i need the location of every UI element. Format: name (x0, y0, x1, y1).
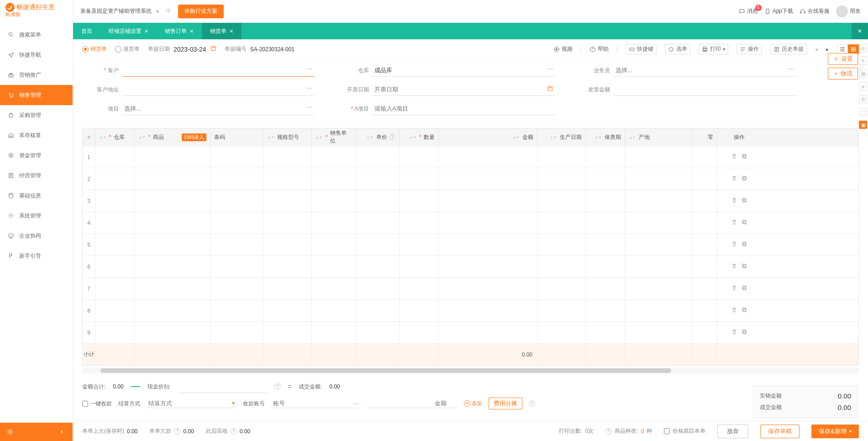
close-icon[interactable]: ✕ (229, 28, 233, 34)
gear-icon[interactable] (165, 7, 172, 15)
video-link[interactable]: 视频 (553, 45, 573, 53)
col-settings[interactable] (83, 128, 95, 146)
rail-item[interactable]: ✎ (859, 57, 867, 65)
sidebar-item-8[interactable]: 基础信息 (0, 186, 73, 206)
copy-icon[interactable] (741, 307, 747, 314)
aproject-input[interactable] (373, 102, 555, 115)
close-all-tabs[interactable]: ✕ (852, 23, 868, 39)
close-icon[interactable]: ✕ (144, 28, 148, 34)
user-menu[interactable]: 用友 (836, 5, 861, 17)
sidebar-item-0[interactable]: 搜索菜单 (0, 25, 73, 45)
sidebar-item-1[interactable]: 快捷导航 (0, 45, 73, 65)
service-link[interactable]: 在线客服 (800, 7, 830, 15)
prev-record[interactable]: ◂ (815, 46, 818, 53)
delete-icon[interactable] (731, 329, 737, 336)
lookup-icon[interactable]: ··· (353, 401, 359, 407)
lookup-icon[interactable]: ··· (306, 85, 312, 91)
pay-method-select[interactable] (147, 399, 237, 408)
fee-split-button[interactable]: 费用分摊 (489, 398, 522, 409)
help-icon[interactable]: ? (274, 383, 281, 390)
addr-input[interactable] (122, 83, 314, 96)
lookup-icon[interactable]: ··· (789, 66, 794, 72)
save-button[interactable]: 保存&新增▾ (811, 425, 859, 438)
messages-link[interactable]: 消息6 (739, 7, 758, 15)
sidebar-item-3[interactable]: 销售管理 (0, 85, 73, 105)
pay-amt-input[interactable] (368, 399, 458, 408)
copy-icon[interactable] (741, 175, 747, 183)
logistics-button[interactable]: ＋物流 (828, 68, 858, 80)
project-input[interactable] (122, 102, 314, 115)
help-link[interactable]: 帮助 (589, 45, 609, 53)
discount-input[interactable] (178, 380, 267, 393)
table-row[interactable]: 2 (83, 168, 858, 190)
sidebar-item-9[interactable]: 系统管理 (0, 206, 73, 226)
delete-icon[interactable] (731, 197, 737, 205)
horizontal-scrollbar[interactable] (82, 367, 859, 374)
table-row[interactable]: 7 (83, 277, 858, 299)
scan-button[interactable]: 扫码录入 (182, 133, 206, 141)
cta-button[interactable]: 体验行业方案 (178, 5, 224, 18)
rail-item[interactable]: ▣ (859, 121, 867, 129)
download-link[interactable]: App下载 (764, 7, 793, 15)
table-row[interactable]: 1 (83, 146, 858, 168)
copy-icon[interactable] (741, 329, 747, 336)
sidebar-item-10[interactable]: 企业协同 (0, 226, 73, 246)
discard-button[interactable]: 放弃 (717, 425, 748, 438)
help-icon[interactable]: ? (529, 400, 535, 407)
lookup-icon[interactable]: ··· (306, 66, 312, 72)
table-row[interactable]: 8 (83, 299, 858, 321)
chevron-down-icon[interactable]: ▾ (232, 400, 235, 406)
rail-item[interactable]: ※ (859, 82, 867, 90)
price-track-checkbox[interactable]: 价格跟踪本单 (664, 427, 705, 435)
collapse-icon[interactable] (59, 428, 66, 436)
close-icon[interactable]: ✕ (189, 28, 194, 34)
tab-2[interactable]: 销售订单✕ (157, 23, 202, 39)
copy-icon[interactable] (741, 219, 747, 227)
print-link[interactable]: 打印▾ (699, 44, 728, 54)
lookup-icon[interactable]: ··· (547, 66, 553, 72)
help-icon[interactable]: ? (605, 428, 612, 435)
delete-icon[interactable] (731, 153, 737, 161)
rail-item[interactable]: ⬚ (859, 108, 867, 116)
table-row[interactable]: 3 (83, 190, 858, 212)
table-row[interactable]: 6 (83, 255, 858, 277)
warehouse-input[interactable] (373, 64, 555, 77)
tab-0[interactable]: 首页 (73, 23, 100, 39)
help-icon[interactable]: ? (389, 134, 395, 140)
delete-icon[interactable] (731, 307, 737, 314)
draft-button[interactable]: 保存草稿 (760, 425, 800, 438)
settings-icon[interactable] (6, 428, 14, 436)
delete-icon[interactable] (731, 263, 737, 271)
copy-icon[interactable] (741, 197, 747, 205)
rail-item[interactable]: ▤ (859, 69, 867, 78)
calendar-icon[interactable] (547, 85, 553, 93)
onekey-checkbox[interactable]: 一键收款 (82, 400, 112, 408)
table-row[interactable]: 5 (83, 234, 858, 255)
operate-link[interactable]: 操作 (736, 44, 762, 54)
sidebar-item-7[interactable]: 经营管理 (0, 165, 73, 186)
radio-sales[interactable]: 销货单 (82, 45, 107, 53)
rail-item[interactable]: ☰ (859, 95, 867, 103)
radio-return[interactable]: 退货单 (115, 45, 140, 53)
table-row[interactable]: 9 (83, 321, 858, 343)
salesman-input[interactable] (614, 64, 796, 77)
copy-icon[interactable] (741, 263, 747, 271)
next-record[interactable]: ▸ (826, 46, 829, 53)
doc-date[interactable]: 2023-03-24 (174, 46, 206, 53)
table-row[interactable]: 4 (83, 212, 858, 234)
help-icon[interactable]: ? (231, 428, 237, 435)
help-icon[interactable]: ? (174, 428, 180, 435)
sidebar-item-2[interactable]: 营销推广 (0, 65, 73, 85)
delete-icon[interactable] (731, 241, 737, 249)
delete-icon[interactable] (731, 175, 737, 183)
delete-icon[interactable] (731, 219, 737, 227)
tab-1[interactable]: 旺铺店铺设置✕ (100, 23, 157, 39)
delete-icon[interactable] (731, 285, 737, 292)
tab-3[interactable]: 销货单✕ (202, 23, 242, 39)
copy-icon[interactable] (741, 241, 747, 249)
copy-icon[interactable] (741, 153, 747, 161)
add-pay-link[interactable]: +添加 (464, 400, 482, 408)
sidebar-item-4[interactable]: 采购管理 (0, 105, 73, 125)
copy-icon[interactable] (741, 285, 747, 292)
customer-input[interactable] (122, 64, 314, 77)
